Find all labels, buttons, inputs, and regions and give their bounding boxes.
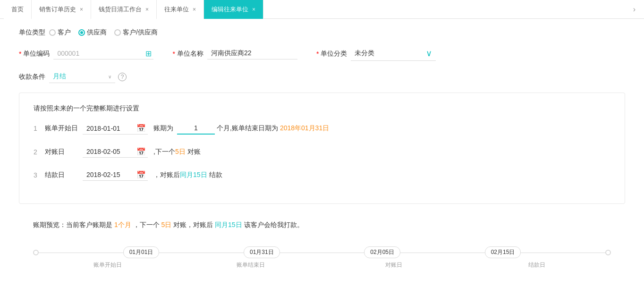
row-1-calendar-icon[interactable]: 📅 <box>135 124 148 133</box>
row-1-end-date: 2018年01月31日 <box>280 124 329 133</box>
unit-name-label: 单位名称 <box>177 50 203 58</box>
tab-cashflow-label: 钱货日清工作台 <box>99 5 142 14</box>
unit-category-select[interactable]: 未分类 ∨ <box>351 46 436 61</box>
tab-sales-history[interactable]: 销售订单历史 × <box>32 0 91 19</box>
tab-edit-partner-label: 编辑往来单位 <box>212 5 248 14</box>
payment-terms-label: 收款条件 <box>19 73 45 81</box>
unit-type-item: 单位类型 客户 供应商 客户/供应商 <box>19 28 158 37</box>
setting-row-2: 2 对账日 📅 ,下一个 5日 对账 <box>34 146 610 158</box>
row-3-date-field[interactable] <box>83 169 135 180</box>
preview-payment-day: 同月15日 <box>215 221 242 228</box>
unit-code-required: * <box>19 50 21 58</box>
unit-name-item: * 单位名称 <box>172 48 297 59</box>
preview-end: 该客户会给我打款。 <box>244 221 304 228</box>
row-1-period-input-wrapper <box>177 122 215 135</box>
unit-code-input-wrapper: ⊞ <box>53 48 153 59</box>
row-2-date-field[interactable] <box>83 146 135 157</box>
tab-home-label: 首页 <box>11 5 24 14</box>
setting-row-3: 3 结款日 📅 ，对账后 同月15日 结款 <box>34 169 610 181</box>
tab-edit-partner[interactable]: 编辑往来单位 × <box>204 0 263 19</box>
timeline-label-3: 对账日 <box>385 261 402 269</box>
unit-name-input[interactable] <box>207 48 297 59</box>
unit-type-row: 单位类型 客户 供应商 客户/供应商 <box>19 28 625 37</box>
unit-category-value: 未分类 <box>355 49 426 58</box>
tab-cashflow[interactable]: 钱货日清工作台 × <box>91 0 157 19</box>
unit-code-label: 单位编码 <box>23 50 50 58</box>
unit-code-input[interactable] <box>53 48 144 59</box>
radio-customer[interactable]: 客户 <box>49 28 71 37</box>
row-1-date-input: 📅 <box>83 123 148 135</box>
tab-partners-close[interactable]: × <box>193 6 196 13</box>
radio-both[interactable]: 客户/供应商 <box>114 28 158 37</box>
radio-supplier-label: 供应商 <box>87 28 107 37</box>
timeline-badge-3: 02月05日 <box>364 246 400 258</box>
tab-partners[interactable]: 往来单位 × <box>157 0 204 19</box>
row-1-period-input[interactable] <box>177 122 215 135</box>
radio-customer-circle <box>49 29 56 36</box>
panel-title: 请按照未来的一个完整帐期进行设置 <box>34 104 610 113</box>
row-2-label: 对账日 <box>45 148 83 156</box>
unit-name-required: * <box>172 50 175 58</box>
settings-panel: 请按照未来的一个完整帐期进行设置 1 账单开始日 📅 账期为 个月,账单结束日期… <box>19 93 625 204</box>
payment-terms-help-icon[interactable]: ? <box>118 73 127 81</box>
timeline-label-2: 账单结束日 <box>237 261 265 269</box>
tab-sales-history-close[interactable]: × <box>80 6 83 13</box>
preview-mid: 对账，对账后 <box>173 221 213 228</box>
timeline-badge-1: 01月01日 <box>123 246 160 258</box>
row-3-number: 3 <box>34 171 45 179</box>
tabs-bar: 首页 销售订单历史 × 钱货日清工作台 × 往来单位 × 编辑往来单位 × › <box>0 0 644 19</box>
row-1-number: 1 <box>34 125 45 132</box>
row-1-label: 账单开始日 <box>45 124 83 133</box>
preview-sep1: ，下一个 <box>133 221 160 228</box>
radio-customer-label: 客户 <box>58 28 71 37</box>
row-3-label: 结款日 <box>45 171 83 179</box>
tab-home[interactable]: 首页 <box>4 0 32 19</box>
timeline-label-4: 结款日 <box>528 261 545 269</box>
unit-code-copy-icon[interactable]: ⊞ <box>144 49 153 58</box>
timeline-badge-2: 01月31日 <box>244 246 280 258</box>
tab-cashflow-close[interactable]: × <box>145 6 149 13</box>
preview-recon-day: 5日 <box>161 221 171 228</box>
unit-code-item: * 单位编码 ⊞ <box>19 48 153 59</box>
payment-terms-chevron: ∨ <box>108 74 111 79</box>
tab-partners-label: 往来单位 <box>164 5 189 14</box>
row-3-date-input: 📅 <box>83 169 148 181</box>
row-2-suffix: 对账 <box>187 148 201 156</box>
radio-both-circle <box>114 29 121 36</box>
preview-period: 1个月 <box>114 221 131 228</box>
unit-category-chevron: ∨ <box>426 48 432 59</box>
timeline-dot-start <box>33 250 39 255</box>
tab-edit-partner-close[interactable]: × <box>252 6 255 13</box>
radio-both-label: 客户/供应商 <box>123 28 158 37</box>
payment-terms-value: 月结 <box>53 72 108 81</box>
row-2-date-input: 📅 <box>83 146 148 158</box>
unit-category-label: 单位分类 <box>321 50 347 58</box>
row-3-calendar-icon[interactable]: 📅 <box>135 170 148 179</box>
timeline-section: 01月01日 01月31日 02月05日 02月15日 账单开始日 账单结束日 … <box>19 237 625 274</box>
preview-section: 账期预览：当前客户账期是 1个月 ，下一个 5日 对账，对账后 同月15日 该客… <box>19 213 625 237</box>
payment-terms-item: 收款条件 月结 ∨ ? <box>19 70 127 83</box>
unit-category-required: * <box>316 50 319 58</box>
timeline-badge-4: 02月15日 <box>485 246 521 258</box>
row-3-highlight: 同月15日 <box>180 171 207 179</box>
unit-category-item: * 单位分类 未分类 ∨ <box>316 46 436 61</box>
unit-type-radio-group: 客户 供应商 客户/供应商 <box>49 28 158 37</box>
timeline-label-1: 账单开始日 <box>93 261 122 269</box>
row-3-prefix: ，对账后 <box>153 171 180 179</box>
radio-supplier-circle <box>78 29 85 36</box>
tabs-more-button[interactable]: › <box>628 5 640 14</box>
row-2-highlight: 5日 <box>175 148 186 156</box>
row-2-calendar-icon[interactable]: 📅 <box>135 147 148 156</box>
row-1-suffix: 个月,账单结束日期为 <box>217 124 278 133</box>
row-2-prefix: ,下一个 <box>153 148 175 156</box>
preview-label: 账期预览：当前客户账期是 <box>33 221 112 228</box>
row-2-number: 2 <box>34 148 45 156</box>
row-1-date-field[interactable] <box>83 123 135 134</box>
payment-terms-select[interactable]: 月结 ∨ <box>49 70 115 83</box>
unit-details-row: * 单位编码 ⊞ * 单位名称 * 单位分类 未分类 ∨ <box>19 46 625 61</box>
row-3-suffix: 结款 <box>209 171 222 179</box>
setting-row-1: 1 账单开始日 📅 账期为 个月,账单结束日期为 2018年01月31日 <box>34 122 610 135</box>
main-content: 单位类型 客户 供应商 客户/供应商 * 单位编码 <box>0 19 644 287</box>
radio-supplier[interactable]: 供应商 <box>78 28 107 37</box>
row-1-period-label: 账期为 <box>153 124 173 133</box>
